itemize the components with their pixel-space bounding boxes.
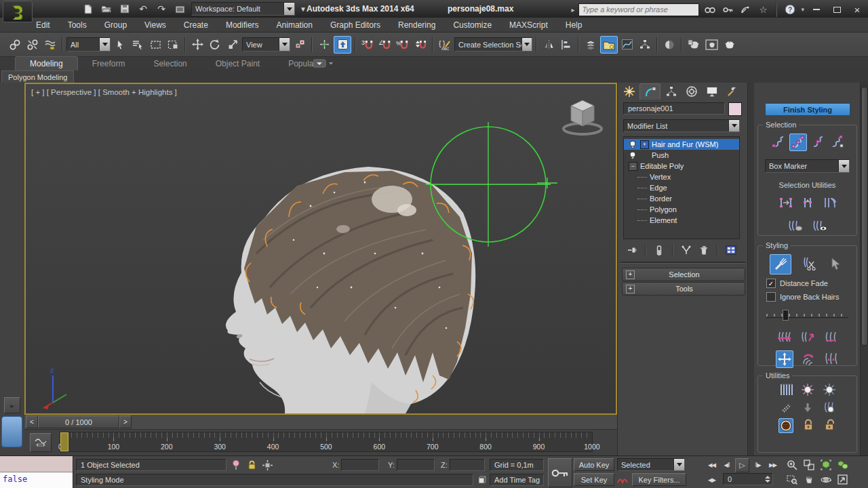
absolute-offset-mode-toggle[interactable] xyxy=(260,458,274,472)
menu-item[interactable]: Tools xyxy=(59,18,96,32)
communication-center-icon[interactable] xyxy=(738,3,752,16)
restore-button[interactable] xyxy=(829,4,845,15)
utilities-tab-icon[interactable] xyxy=(722,83,742,99)
auto-key-button[interactable]: Auto Key xyxy=(574,458,614,471)
selection-filter-dropdown[interactable]: All xyxy=(66,37,111,52)
frame-forward-button[interactable]: > xyxy=(119,415,132,428)
add-time-tag[interactable]: Add Time Tag xyxy=(490,474,544,486)
pin-stack-icon[interactable] xyxy=(625,243,639,257)
scale-hair-tool-icon[interactable] xyxy=(776,350,793,368)
named-selection-sets-dropdown[interactable]: Create Selection Se xyxy=(454,37,532,52)
viewport-label[interactable]: [ + ] [ Perspective ] [ Smooth + Highlig… xyxy=(31,88,177,96)
next-frame-button[interactable]: ‖▶ xyxy=(751,458,764,471)
menu-item[interactable]: Views xyxy=(136,18,175,32)
rollout-selection[interactable]: + Selection xyxy=(622,268,745,281)
expand-toggle[interactable]: + xyxy=(640,140,649,149)
frame-back-button[interactable]: < xyxy=(26,415,38,428)
select-object-icon[interactable] xyxy=(112,37,128,53)
qat-flyout-icon[interactable]: ▼ xyxy=(300,5,307,13)
scrollbar-thumb[interactable] xyxy=(861,87,868,346)
percent-snap-toggle-icon[interactable]: % xyxy=(395,37,411,53)
reset-rest-icon[interactable] xyxy=(801,401,814,414)
save-icon[interactable] xyxy=(118,2,132,16)
key-mode-toggle[interactable]: ◀▶ xyxy=(705,473,718,486)
set-keys-button[interactable] xyxy=(548,458,572,487)
y-coordinate-field[interactable] xyxy=(397,459,435,471)
close-button[interactable]: × xyxy=(849,4,865,15)
layout-tabs-arrow-button[interactable]: ▸ xyxy=(4,397,20,413)
panel-scrollbar[interactable] xyxy=(860,83,868,455)
previous-frame-button[interactable]: ◀‖ xyxy=(720,458,733,471)
regrow-hair-icon[interactable] xyxy=(823,401,836,414)
stack-subitem-vertex[interactable]: Vertex xyxy=(624,171,739,182)
zoom-region-icon[interactable] xyxy=(785,473,798,486)
modify-tab-icon[interactable] xyxy=(639,83,660,100)
rollout-expand-icon[interactable]: + xyxy=(626,270,635,279)
selection-lock-toggle[interactable] xyxy=(245,458,258,472)
help-icon[interactable]: ? xyxy=(783,3,797,16)
maxscript-mini-listener[interactable]: false xyxy=(0,456,73,488)
rollout-expand-icon[interactable]: + xyxy=(626,285,635,293)
key-filters-button[interactable]: Key Filters... xyxy=(632,473,686,486)
paste-selection-icon[interactable] xyxy=(800,195,816,211)
rendered-frame-window-icon[interactable] xyxy=(703,37,719,53)
x-coordinate-field[interactable] xyxy=(341,459,379,471)
copy-selection-icon[interactable] xyxy=(778,195,794,211)
stand-hair-tool-icon[interactable] xyxy=(800,329,816,345)
redo-icon[interactable]: ↷ xyxy=(155,2,168,16)
select-guide-roots-icon[interactable] xyxy=(810,134,826,150)
play-button[interactable]: ▷ xyxy=(735,458,749,472)
open-file-icon[interactable] xyxy=(100,2,113,16)
show-end-result-icon[interactable] xyxy=(652,243,666,257)
search-input[interactable] xyxy=(578,3,699,16)
listener-result-row[interactable]: false xyxy=(0,472,73,488)
rollout-tools[interactable]: + Tools xyxy=(622,282,745,296)
bind-to-space-warp-icon[interactable] xyxy=(42,37,58,53)
menu-item[interactable]: Graph Editors xyxy=(321,18,389,32)
mirror-icon[interactable] xyxy=(540,37,557,53)
snaps-toggle-3d-icon[interactable]: 3 xyxy=(359,37,376,53)
listener-macro-row[interactable] xyxy=(0,456,73,472)
pan-hand-icon[interactable] xyxy=(802,473,815,486)
hierarchy-tab-icon[interactable] xyxy=(661,83,681,99)
window-crossing-toggle-icon[interactable] xyxy=(165,37,181,53)
subscription-key-icon[interactable] xyxy=(721,3,734,16)
ribbon-tab[interactable]: Modeling xyxy=(15,56,78,70)
angle-snap-toggle-icon[interactable]: ∠ xyxy=(377,37,393,53)
menu-item[interactable]: Create xyxy=(175,18,217,32)
hairball-preview-icon[interactable] xyxy=(778,418,793,433)
hide-selected-icon[interactable] xyxy=(787,218,804,234)
rectangular-selection-region-icon[interactable] xyxy=(147,37,163,53)
render-production-icon[interactable] xyxy=(721,37,737,53)
active-layout-tab[interactable] xyxy=(1,416,22,447)
align-icon[interactable] xyxy=(558,37,574,53)
isolate-selection-toggle[interactable] xyxy=(229,458,243,472)
frame-spinner[interactable] xyxy=(765,476,770,483)
schematic-view-icon[interactable] xyxy=(637,37,653,53)
lock-selection-icon[interactable] xyxy=(821,195,837,211)
menu-item[interactable]: MAXScript xyxy=(500,18,557,32)
stack-item-hair-and-fur[interactable]: + Hair and Fur (WSM) xyxy=(624,139,739,150)
puff-roots-tool-icon[interactable] xyxy=(823,329,839,345)
distance-fade-checkbox[interactable]: ✓ xyxy=(766,279,776,288)
lock-hair-icon[interactable] xyxy=(802,418,815,432)
slider-handle[interactable] xyxy=(783,310,789,321)
go-to-end-button[interactable]: ▶▶ xyxy=(766,458,779,471)
search-binoculars-icon[interactable] xyxy=(703,3,717,16)
motion-tab-icon[interactable] xyxy=(682,83,701,99)
spinner-snap-toggle-icon[interactable] xyxy=(412,37,429,53)
manage-layers-icon[interactable] xyxy=(583,37,599,53)
pop-all-icon[interactable] xyxy=(823,383,836,396)
attenuate-hair-icon[interactable] xyxy=(779,383,793,396)
key-subset-dropdown[interactable]: Selected xyxy=(617,458,685,471)
undo-icon[interactable]: ↶ xyxy=(136,2,150,16)
menu-item[interactable]: Rendering xyxy=(389,18,444,32)
modifier-list-dropdown[interactable]: Modifier List xyxy=(623,119,740,132)
hair-cut-tool-icon[interactable] xyxy=(798,254,818,273)
zoom-icon[interactable] xyxy=(785,458,798,471)
unlock-hair-icon[interactable] xyxy=(823,418,837,432)
material-editor-icon[interactable] xyxy=(661,37,677,53)
go-to-start-button[interactable]: ◀◀ xyxy=(705,458,718,471)
select-and-rotate-icon[interactable] xyxy=(207,37,223,53)
expand-arrow-icon[interactable]: ▸ xyxy=(571,6,574,14)
